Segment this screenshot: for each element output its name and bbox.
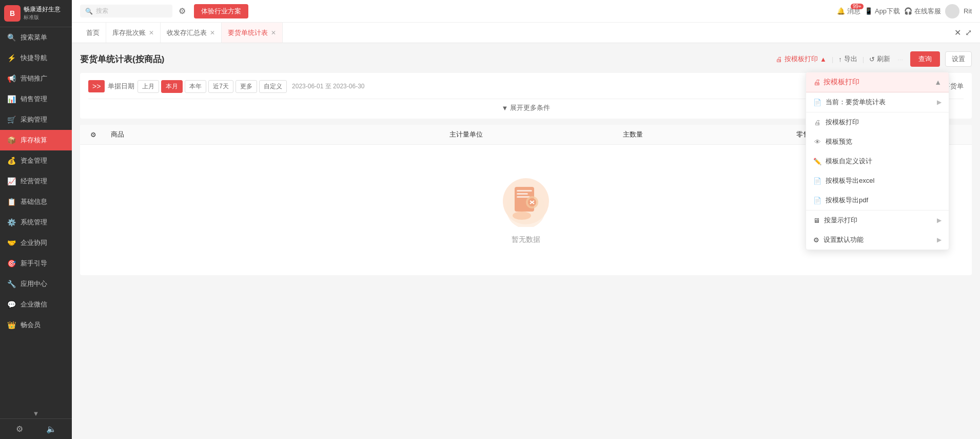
settings-icon[interactable]: ⚙ xyxy=(16,424,23,434)
tab-close-icon[interactable]: ✕ xyxy=(149,29,154,36)
export-button[interactable]: ↑ 导出 xyxy=(838,54,857,64)
sidebar-item-coop[interactable]: 🤝 企业协同 xyxy=(0,233,72,253)
sidebar-label: 畅会员 xyxy=(21,320,66,330)
svg-rect-3 xyxy=(517,193,528,195)
date-btn-7days[interactable]: 近7天 xyxy=(208,80,233,93)
app-badge: 标准版 xyxy=(24,14,61,21)
settings-icon[interactable]: ⚙ xyxy=(90,131,96,139)
sidebar: B 畅康通好生意 标准版 🔍 搜索菜单 ⚡ 快捷导航 📢 营销推广 📊 销售管理… xyxy=(0,0,72,439)
search-placeholder: 搜索 xyxy=(96,7,108,15)
sidebar-item-marketing[interactable]: 📢 营销推广 xyxy=(0,68,72,89)
volume-icon[interactable]: 🔈 xyxy=(46,424,56,434)
dropdown-template-design[interactable]: ✏️ 模板自定义设计 xyxy=(806,151,949,171)
sidebar-label: 企业协同 xyxy=(21,238,66,247)
print-dropdown: 🖨 按模板打印 ▲ 📄 当前：要货单统计表 ▶ 🖨 按模板打印 👁 模板预览 ✏… xyxy=(806,72,949,250)
online-service-btn[interactable]: 🎧 在线客服 xyxy=(904,7,941,16)
dropdown-set-default[interactable]: ⚙ 设置默认功能 ▶ xyxy=(806,230,949,250)
dropdown-template-pdf[interactable]: 📄 按模板导出pdf xyxy=(806,190,949,210)
dropdown-template-excel[interactable]: 📄 按模板导出excel xyxy=(806,171,949,190)
dropdown-display-print[interactable]: 🖥 按显示打印 ▶ xyxy=(806,211,949,230)
sidebar-item-finance[interactable]: 💰 资金管理 xyxy=(0,150,72,171)
sidebar-item-inventory[interactable]: 📦 库存核算 xyxy=(0,130,72,150)
refresh-icon: ↺ xyxy=(869,55,875,63)
tab-order-stats[interactable]: 要货单统计表 ✕ xyxy=(222,23,283,43)
template-preview-label: 模板预览 xyxy=(826,137,852,146)
sidebar-scroll-down[interactable]: ▼ xyxy=(0,408,72,418)
sidebar-item-operation[interactable]: 📈 经营管理 xyxy=(0,171,72,192)
dropdown-close-btn[interactable]: ▲ xyxy=(934,78,942,86)
window-close-btn[interactable]: ✕ xyxy=(954,28,961,37)
dropdown-current-item[interactable]: 📄 当前：要货单统计表 ▶ xyxy=(806,92,949,112)
expand-more-button[interactable]: ▼ 展开更多条件 xyxy=(502,103,551,112)
sidebar-item-app[interactable]: 🔧 应用中心 xyxy=(0,274,72,294)
sidebar-item-nav[interactable]: ⚡ 快捷导航 xyxy=(0,48,72,68)
sidebar-label: 经营管理 xyxy=(21,177,66,186)
sidebar-item-member[interactable]: 👑 畅会员 xyxy=(0,315,72,335)
date-btn-prev-month[interactable]: 上月 xyxy=(138,80,159,93)
date-options: 上月 本月 本年 近7天 更多 自定义 xyxy=(138,80,287,93)
download-icon: 📱 xyxy=(865,7,873,15)
dropdown-template-preview[interactable]: 👁 模板预览 xyxy=(806,132,949,151)
print-template-button[interactable]: 🖨 按模板打印 ▲ xyxy=(776,54,827,64)
chevron-right-icon: ▶ xyxy=(937,99,942,106)
svg-point-9 xyxy=(513,212,531,220)
empty-text: 暂无数据 xyxy=(512,235,540,244)
headset-icon: 🎧 xyxy=(904,7,912,15)
tabs-bar: 首页 库存批次账 ✕ 收发存汇总表 ✕ 要货单统计表 ✕ ✕ ⤢ xyxy=(72,23,980,43)
tab-summary[interactable]: 收发存汇总表 ✕ xyxy=(161,23,222,43)
topbar-gear-icon[interactable]: ⚙ xyxy=(179,6,186,16)
date-btn-this-year[interactable]: 本年 xyxy=(185,80,206,93)
printer-icon: 🖨 xyxy=(776,55,782,63)
refresh-button[interactable]: ↺ 刷新 xyxy=(869,54,890,64)
tab-order-stats-label: 要货单统计表 xyxy=(228,28,268,37)
col-product-header: 商品 xyxy=(107,125,445,144)
page-actions: 🖨 按模板打印 ▲ | ↑ 导出 | ↺ 刷新 ··· 查询 设置 xyxy=(776,51,972,67)
sidebar-item-search[interactable]: 🔍 搜索菜单 xyxy=(0,27,72,48)
sidebar-item-guide[interactable]: 🎯 新手引导 xyxy=(0,253,72,274)
window-maximize-btn[interactable]: ⤢ xyxy=(965,28,972,37)
sidebar-label: 快捷导航 xyxy=(21,53,66,63)
dropdown-template-print[interactable]: 🖨 按模板打印 xyxy=(806,112,949,132)
sidebar-item-sales[interactable]: 📊 销售管理 xyxy=(0,89,72,109)
tab-home-label: 首页 xyxy=(86,28,100,37)
tabs-window-controls: ✕ ⤢ xyxy=(954,28,972,37)
app-download-label: App下载 xyxy=(875,7,900,16)
tab-inventory-batch[interactable]: 库存批次账 ✕ xyxy=(106,23,161,43)
expand-label: 展开更多条件 xyxy=(510,103,550,112)
notification-btn[interactable]: 🔔 消息 99+ xyxy=(837,7,860,16)
date-btn-custom[interactable]: 自定义 xyxy=(259,80,287,93)
experience-button[interactable]: 体验行业方案 xyxy=(194,4,248,18)
printer-icon: 🖨 xyxy=(813,119,821,126)
excel-icon: 📄 xyxy=(813,177,821,185)
topbar-actions: 🔔 消息 99+ 📱 App下载 🎧 在线客服 Rit xyxy=(837,4,972,18)
edit-icon: ✏️ xyxy=(813,158,821,165)
avatar[interactable] xyxy=(945,4,959,18)
app-logo: B 畅康通好生意 标准版 xyxy=(0,0,72,27)
refresh-label: 刷新 xyxy=(877,54,890,64)
tab-close-icon[interactable]: ✕ xyxy=(210,29,215,36)
sidebar-item-wechat[interactable]: 💬 企业微信 xyxy=(0,294,72,315)
chart-icon: 📊 xyxy=(6,94,16,104)
sidebar-item-basic[interactable]: 📋 基础信息 xyxy=(0,192,72,212)
date-btn-more[interactable]: 更多 xyxy=(236,80,257,93)
date-btn-this-month[interactable]: 本月 xyxy=(161,80,183,93)
tab-close-icon[interactable]: ✕ xyxy=(271,29,276,36)
template-design-label: 模板自定义设计 xyxy=(826,157,872,166)
current-text: 当前：要货单统计表 xyxy=(826,98,886,107)
chevron-up-icon: ▲ xyxy=(820,55,827,63)
app-download-btn[interactable]: 📱 App下载 xyxy=(865,7,900,16)
bell-icon: 🔔 xyxy=(837,7,845,15)
filter-expand-toggle[interactable]: >> xyxy=(88,80,105,92)
query-button[interactable]: 查询 xyxy=(910,51,940,67)
col-qty-header: 主数量 xyxy=(619,125,792,144)
tab-home[interactable]: 首页 xyxy=(80,23,106,43)
sidebar-item-purchase[interactable]: 🛒 采购管理 xyxy=(0,109,72,130)
printer-icon: 🖨 xyxy=(813,78,820,86)
clipboard-icon: 📋 xyxy=(6,197,16,207)
topbar-search[interactable]: 🔍 搜索 xyxy=(80,5,172,17)
divider: | xyxy=(832,55,833,63)
online-service-label: 在线客服 xyxy=(914,7,941,16)
settings-button[interactable]: 设置 xyxy=(945,51,972,67)
sidebar-item-system[interactable]: ⚙️ 系统管理 xyxy=(0,212,72,233)
export-icon: ↑ xyxy=(838,55,842,63)
